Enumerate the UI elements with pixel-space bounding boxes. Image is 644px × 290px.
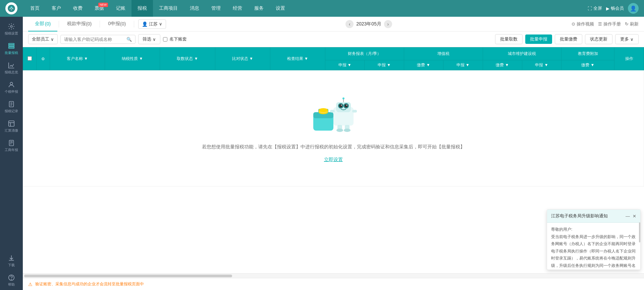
sidebar-item-personal-tax[interactable]: 个税申报 xyxy=(0,78,23,97)
setup-link[interactable]: 立即设置 xyxy=(324,157,343,163)
search-input[interactable] xyxy=(64,37,124,42)
batch-fetch-button[interactable]: 批量取数 xyxy=(495,34,523,44)
search-box: 🔍 xyxy=(60,35,136,44)
nav-settings[interactable]: 设置 xyxy=(270,0,291,17)
tab-divider-3 xyxy=(134,21,134,27)
edu-declare-sub-header[interactable]: 申报 ▼ xyxy=(522,60,561,70)
right-actions: ⊙ 操作视频 ☰ 操作手册 ↻ 刷新 xyxy=(572,21,639,27)
more-button[interactable]: 更多 ∨ xyxy=(615,34,639,44)
tab-zero-declaration[interactable]: 0申报 (0) xyxy=(101,17,132,31)
chevron-down-icon: ∨ xyxy=(630,37,634,42)
sidebar-item-batch-tax[interactable]: 批量报税 xyxy=(0,39,23,58)
svg-rect-4 xyxy=(9,45,14,47)
svg-point-33 xyxy=(346,105,347,106)
nav-management[interactable]: 管理 xyxy=(205,0,227,17)
region-selector[interactable]: 👤 江苏 ∨ xyxy=(138,19,166,29)
city-construction-tax-header: 城市维护建设税 xyxy=(483,48,561,60)
operation-video-link[interactable]: ⊙ 操作视频 xyxy=(572,21,594,27)
svg-rect-14 xyxy=(9,140,14,146)
customer-name-header[interactable]: 客户名称 ▼ xyxy=(50,48,105,70)
batch-pay-button[interactable]: 批量缴费 xyxy=(555,34,582,44)
vat-declare-sub-header[interactable]: 申报 ▼ xyxy=(365,60,404,70)
tax-type-header[interactable]: 纳税性质 ▼ xyxy=(105,48,160,70)
top-nav-right: ⛶ 全屏 ▶ 畅会员 👤 xyxy=(588,3,639,14)
sidebar-item-tax-overview[interactable]: 报税总览 xyxy=(0,58,23,78)
svg-point-41 xyxy=(344,129,351,132)
nav-tax[interactable]: 报税 xyxy=(131,0,153,17)
svg-point-6 xyxy=(10,82,12,85)
tab-divider-1 xyxy=(59,21,59,27)
notification-body: 尊敬的用户: 受当前电子税务局进一步升级的影响，同一个政务网账号（办税人）名下的… xyxy=(547,223,640,270)
sidebar-item-annual-report[interactable]: 工商年报 xyxy=(0,136,23,155)
city-declare-sub-header[interactable]: 申报 ▼ xyxy=(443,60,483,70)
svg-point-19 xyxy=(11,279,12,280)
notification-close-button[interactable]: ✕ xyxy=(633,214,636,219)
operation-manual-link[interactable]: ☰ 操作手册 xyxy=(598,21,621,27)
sidebar-item-settlement[interactable]: 汇算清缴 xyxy=(0,117,23,136)
nav-fee[interactable]: 收费 xyxy=(67,0,89,17)
svg-point-32 xyxy=(344,104,348,107)
svg-rect-37 xyxy=(352,110,357,113)
settings-column-header[interactable]: ⚙ xyxy=(37,48,50,70)
horizontal-scrollbar[interactable] xyxy=(23,273,644,278)
select-all-checkbox[interactable] xyxy=(28,56,32,61)
filter-button[interactable]: 筛选 ∨ xyxy=(138,34,160,44)
svg-rect-11 xyxy=(9,121,14,127)
video-icon: ⊙ xyxy=(572,21,575,26)
notification-title: 江苏电子税务局升级影响通知 xyxy=(551,213,608,219)
sidebar-item-help[interactable]: 帮助 xyxy=(0,271,23,290)
nav-bookkeeping[interactable]: 记账 xyxy=(110,0,131,17)
city-pay-sub-header[interactable]: 缴费 ▼ xyxy=(483,60,522,70)
month-navigation: ‹ 2023年05月 › xyxy=(345,20,392,28)
batch-declare-button[interactable]: 批量申报 xyxy=(525,34,552,44)
nav-operations[interactable]: 经营 xyxy=(227,0,248,17)
svg-rect-36 xyxy=(330,110,335,113)
vip-button[interactable]: ▶ 畅会员 xyxy=(606,5,624,11)
check-result-header[interactable]: 检查结果 ▼ xyxy=(270,48,325,70)
scroll-thumb[interactable] xyxy=(24,275,232,277)
toolbar: 全部员工 ∨ 🔍 筛选 ∨ 名下账套 批量取数 批量申报 批量缴费 状态更新 xyxy=(23,31,644,47)
nav-business[interactable]: 工商项目 xyxy=(153,0,184,17)
employee-selector[interactable]: 全部员工 ∨ xyxy=(28,34,58,44)
vip-icon: ▶ xyxy=(606,6,609,11)
sidebar-item-tax-record[interactable]: 报税记录 xyxy=(0,97,23,117)
nav-home[interactable]: 首页 xyxy=(24,0,46,17)
refresh-button[interactable]: ↻ 刷新 xyxy=(625,21,639,27)
sidebar-item-download[interactable]: 下载 xyxy=(0,251,23,271)
status-update-button[interactable]: 状态更新 xyxy=(585,34,612,44)
account-set-checkbox[interactable] xyxy=(163,37,167,42)
search-icon[interactable]: 🔍 xyxy=(126,37,132,42)
chevron-down-icon: ∨ xyxy=(51,37,54,42)
empty-message: 若您想使用批量报税功能，请先在【报税设置】中进行报税的初始化设置，完成密码验证和… xyxy=(202,144,465,150)
financial-report-header: 财务报表（月/季） xyxy=(325,48,404,60)
empty-state-cell: 若您想使用批量报税功能，请先在【报税设置】中进行报税的初始化设置，完成密码验证和… xyxy=(23,70,644,187)
account-set-checkbox-label[interactable]: 名下账套 xyxy=(163,36,187,42)
notification-scrollbar[interactable] xyxy=(639,222,640,242)
app-logo[interactable] xyxy=(5,2,17,14)
fetch-status-header[interactable]: 取数状态 ▼ xyxy=(160,48,215,70)
sidebar-item-tax-settings[interactable]: 报税设置 xyxy=(0,19,23,39)
operations-header: 操作 xyxy=(614,48,644,70)
select-all-checkbox-header[interactable] xyxy=(23,48,37,70)
nav-invoice[interactable]: 票据 NEW xyxy=(89,0,110,17)
svg-point-1 xyxy=(11,6,12,8)
compare-status-header[interactable]: 比对状态 ▼ xyxy=(215,48,270,70)
nav-customer[interactable]: 客户 xyxy=(46,0,67,17)
tab-all[interactable]: 全部 (0) xyxy=(28,17,57,31)
fullscreen-button[interactable]: ⛶ 全屏 xyxy=(588,5,602,11)
current-month: 2023年05月 xyxy=(356,21,381,27)
svg-point-35 xyxy=(342,97,344,99)
nav-items: 首页 客户 收费 票据 NEW 记账 报税 工商项目 消息 管理 经营 服务 设… xyxy=(24,0,588,17)
notification-minimize-button[interactable]: — xyxy=(626,214,630,219)
next-month-button[interactable]: › xyxy=(384,20,392,28)
user-avatar[interactable]: 👤 xyxy=(628,3,639,14)
nav-services[interactable]: 服务 xyxy=(248,0,270,17)
tab-tax-declaration[interactable]: 税款申报 (0) xyxy=(60,17,98,31)
edu-pay-sub-header[interactable]: 缴费 ▼ xyxy=(561,60,614,70)
financial-declare-sub-header[interactable]: 申报 ▼ xyxy=(325,60,364,70)
toolbar-right-actions: 批量取数 批量申报 批量缴费 状态更新 更多 ∨ xyxy=(495,34,639,44)
vat-pay-sub-header[interactable]: 缴费 ▼ xyxy=(404,60,443,70)
location-icon: 👤 xyxy=(142,21,148,27)
prev-month-button[interactable]: ‹ xyxy=(345,20,354,28)
nav-messages[interactable]: 消息 xyxy=(184,0,205,17)
